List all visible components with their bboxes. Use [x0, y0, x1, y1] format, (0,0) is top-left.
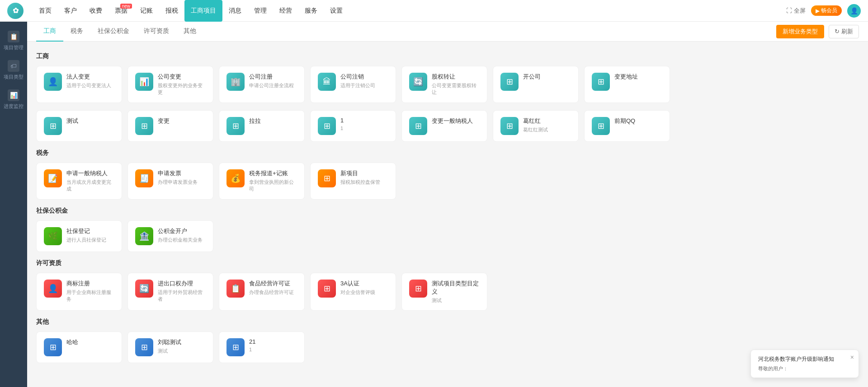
card-icon-trademark: 👤 [44, 280, 62, 298]
card-ge-honghong[interactable]: ⊞ 葛红红 葛红红测试 [493, 110, 579, 142]
cards-grid-social: 🌿 社保登记 进行人员社保登记 🏦 公积金开户 办理公积金相关业务 [36, 220, 859, 252]
card-change-taxpayer[interactable]: ⊞ 变更一般纳税人 [401, 110, 487, 142]
card-icon-haha: ⊞ [44, 338, 62, 356]
tab-social-fund[interactable]: 社保公积金 [90, 22, 137, 42]
tab-bar-left: 工商 税务 社保公积金 许可资质 其他 [36, 22, 203, 41]
card-icon-address: ⊞ [592, 73, 610, 91]
nav-home[interactable]: 首页 [33, 0, 58, 22]
card-social-register[interactable]: 🌿 社保登记 进行人员社保登记 [36, 220, 122, 252]
nav-message[interactable]: 消息 [222, 0, 248, 22]
nav-operation[interactable]: 经营 [273, 0, 298, 22]
card-21[interactable]: ⊞ 21 1 [219, 331, 305, 363]
card-equity-transfer[interactable]: 🔄 股权转让 公司变更需要股权转让 [401, 66, 487, 103]
notification-desc: 尊敬的用户： [758, 365, 851, 373]
tab-license[interactable]: 许可资质 [137, 22, 176, 42]
tab-bar: 工商 税务 社保公积金 许可资质 其他 新增业务类型 ↻ 刷新 [27, 22, 868, 42]
section-title-tax: 税务 [36, 149, 859, 157]
card-icon-new-project: ⊞ [318, 169, 336, 187]
card-icon-tax-report: 💰 [226, 169, 245, 187]
nav-settings[interactable]: 设置 [324, 0, 349, 22]
new-type-button[interactable]: 新增业务类型 [776, 25, 824, 38]
logo[interactable]: ✿ [7, 3, 24, 19]
card-liucong-test[interactable]: ⊞ 刘聪测试 测试 [127, 331, 213, 363]
notification-title: 河北税务数字账户升级影响通知 [758, 355, 851, 363]
fullscreen-btn[interactable]: ⛶ 全屏 [786, 7, 806, 15]
main-content: 工商 税务 社保公积金 许可资质 其他 新增业务类型 ↻ 刷新 工商 [27, 22, 868, 387]
cards-grid-other: ⊞ 哈哈 ⊞ 刘聪测试 测试 ⊞ 21 1 [36, 331, 859, 363]
card-haha[interactable]: ⊞ 哈哈 [36, 331, 122, 363]
cards-grid-industrial: 👤 法人变更 适用于公司变更法人 📊 公司变更 股权变更外的业务变更 🏢 公司注… [36, 66, 859, 103]
nav-ticket[interactable]: 票据 new [108, 0, 134, 22]
cards-grid-license: 👤 商标注册 用于企业商标注册服务 🔄 进出口权办理 适用于对外贸易经营者 📋 … [36, 273, 859, 311]
card-icon-legal: 👤 [44, 73, 62, 91]
card-icon-social-register: 🌿 [44, 227, 62, 245]
card-trademark[interactable]: 👤 商标注册 用于企业商标注册服务 [36, 273, 122, 311]
card-icon-open-company: ⊞ [500, 73, 519, 91]
card-one[interactable]: ⊞ 1 1 [310, 110, 396, 142]
nav-items: 首页 客户 收费 票据 new 记账 报税 工商项目 消息 管理 经营 [33, 0, 786, 22]
cards-grid-tax: 📝 申请一般纳税人 当月或次月成变更完成 🧾 申请发票 办理申请发票业务 💰 税… [36, 163, 859, 200]
card-food-license[interactable]: 📋 食品经营许可证 办理食品经营许可证 [219, 273, 305, 311]
card-tax-report[interactable]: 💰 税务报道+记账 拿到营业执照的新公司 [219, 163, 305, 200]
card-company-cancel[interactable]: 🏛 公司注销 适用于注销公司 [310, 66, 396, 103]
nav-customer[interactable]: 客户 [58, 0, 83, 22]
refresh-button[interactable]: ↻ 刷新 [829, 25, 859, 38]
card-icon-company-cancel: 🏛 [318, 73, 336, 91]
tab-bar-right: 新增业务类型 ↻ 刷新 [776, 25, 859, 38]
content-area: 工商 👤 法人变更 适用于公司变更法人 📊 公司变更 股权变更外的业务变更 🏢 [27, 42, 868, 378]
section-title-other: 其他 [36, 318, 859, 326]
avatar[interactable]: 👤 [847, 4, 861, 18]
card-icon-lala: ⊞ [226, 117, 245, 135]
section-title-industrial: 工商 [36, 52, 859, 61]
card-icon-equity: 🔄 [409, 73, 427, 91]
card-import-export[interactable]: 🔄 进出口权办理 适用于对外贸易经营者 [127, 273, 213, 311]
nav-right: ⛶ 全屏 ▶ 畅会员 👤 [786, 4, 861, 18]
tab-tax[interactable]: 税务 [63, 22, 90, 42]
refresh-icon: ↻ [835, 28, 840, 35]
card-icon-invoice: 🧾 [135, 169, 153, 187]
card-lala[interactable]: ⊞ 拉拉 [219, 110, 305, 142]
card-qq[interactable]: ⊞ 前期QQ [584, 110, 670, 142]
card-icon-3a: ⊞ [318, 280, 336, 298]
vip-button[interactable]: ▶ 畅会员 [811, 5, 842, 16]
top-nav: ✿ 首页 客户 收费 票据 new 记账 报税 工商项目 消息 管理 经 [0, 0, 868, 22]
play-icon: ▶ [816, 8, 820, 14]
sidebar-item-progress-monitor[interactable]: 📊 进度监控 [0, 85, 27, 114]
nav-bookkeeping[interactable]: 记账 [134, 0, 159, 22]
card-icon-apply-taxpayer: 📝 [44, 169, 62, 187]
card-open-company[interactable]: ⊞ 开公司 [493, 66, 579, 103]
section-title-social: 社保公积金 [36, 207, 859, 215]
card-company-change[interactable]: 📊 公司变更 股权变更外的业务变更 [127, 66, 213, 103]
card-company-register[interactable]: 🏢 公司注册 申请公司注册全流程 [219, 66, 305, 103]
card-icon-change-taxpayer: ⊞ [409, 117, 427, 135]
card-icon-company-register: 🏢 [226, 73, 245, 91]
ticket-badge: new [120, 4, 132, 9]
card-change2[interactable]: ⊞ 变更 [127, 110, 213, 142]
tab-industrial[interactable]: 工商 [36, 22, 63, 42]
notification-close-btn[interactable]: × [850, 354, 854, 361]
card-test[interactable]: ⊞ 测试 [36, 110, 122, 142]
fullscreen-icon: ⛶ [786, 7, 792, 14]
tab-other[interactable]: 其他 [176, 22, 203, 42]
nav-fee[interactable]: 收费 [83, 0, 108, 22]
nav-tax[interactable]: 报税 [159, 0, 184, 22]
card-legal-person-change[interactable]: 👤 法人变更 适用于公司变更法人 [36, 66, 122, 103]
card-apply-invoice[interactable]: 🧾 申请发票 办理申请发票业务 [127, 163, 213, 200]
card-fund-account[interactable]: 🏦 公积金开户 办理公积金相关业务 [127, 220, 213, 252]
card-apply-taxpayer[interactable]: 📝 申请一般纳税人 当月或次月成变更完成 [36, 163, 122, 200]
nav-service[interactable]: 服务 [298, 0, 324, 22]
sidebar-item-project-manage[interactable]: 📋 项目管理 [0, 26, 27, 56]
card-icon-qq: ⊞ [592, 117, 610, 135]
card-test-type[interactable]: ⊞ 测试项目类型目定义 测试 [401, 273, 487, 311]
sidebar: 📋 项目管理 🏷 项目类型 📊 进度监控 [0, 22, 27, 387]
card-3a-cert[interactable]: ⊞ 3A认证 对企业信誉评级 [310, 273, 396, 311]
nav-industrial[interactable]: 工商项目 [184, 0, 222, 22]
section-title-license: 许可资质 [36, 259, 859, 267]
card-icon-company-change: 📊 [135, 73, 153, 91]
card-new-project[interactable]: ⊞ 新项目 报税加税控盘保管 [310, 163, 396, 200]
card-icon-one: ⊞ [318, 117, 336, 135]
progress-monitor-icon: 📊 [8, 89, 19, 101]
sidebar-item-project-type[interactable]: 🏷 项目类型 [0, 56, 27, 85]
nav-manage[interactable]: 管理 [248, 0, 273, 22]
card-change-address[interactable]: ⊞ 变更地址 [584, 66, 670, 103]
